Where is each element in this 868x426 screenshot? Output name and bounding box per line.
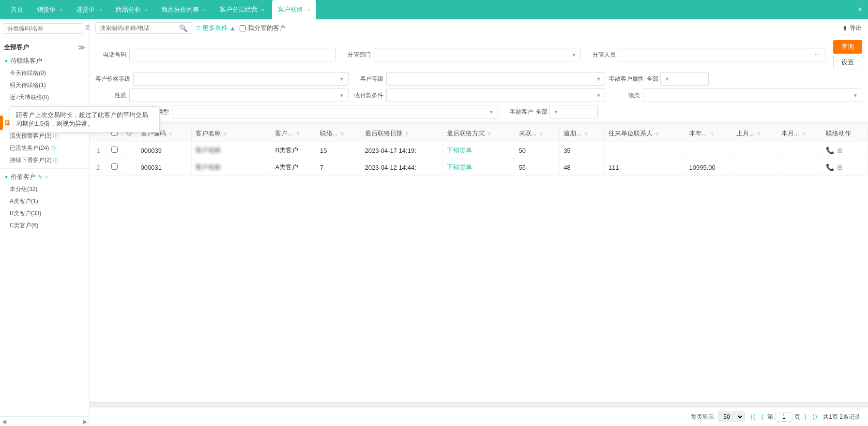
main-search-input[interactable] (100, 25, 177, 31)
sidebar-item-a-class[interactable]: A类客户(1) (0, 195, 89, 207)
sort-liaison-icon[interactable]: ⇅ (655, 131, 659, 136)
sort-last-method-icon[interactable]: ⇅ (487, 131, 491, 136)
sidebar-search-input[interactable] (4, 23, 83, 34)
sidebar-item-tomorrow[interactable]: 明天待联络(1) (0, 79, 89, 91)
nav-tab-customer-mgmt[interactable]: 客户分层经营 × (214, 0, 270, 19)
th-level: 客户... ⇅ (271, 125, 316, 142)
nav-tab-sales[interactable]: 销货单 × (31, 0, 68, 19)
manager-select[interactable]: ··· (619, 48, 825, 61)
sidebar-item-today[interactable]: 今天待联络(0) (0, 67, 89, 79)
scroll-right-icon[interactable]: ▶ (83, 418, 87, 425)
window-close-icon[interactable]: × (858, 5, 862, 14)
action-buttons: 查询 设置 (833, 40, 862, 69)
sidebar-item-b-class[interactable]: B类客户(33) (0, 207, 89, 220)
page-input[interactable] (775, 412, 792, 422)
row-this-year-2: 10995.00 (685, 159, 732, 176)
filter-row-4: ··· 客户类型 ▼ 零散客户 全部 ▼ (95, 105, 862, 118)
phone-input[interactable] (129, 48, 336, 61)
sidebar-item-week[interactable]: 近7天待联络(0) (0, 91, 89, 103)
customer-level-select[interactable]: ▼ (386, 72, 606, 86)
per-page-select[interactable]: 50 20 100 (718, 411, 745, 422)
customer-level-arrow-icon: ▼ (596, 76, 601, 82)
nav-tab-home[interactable]: 首页 (5, 0, 29, 19)
add-value-icon[interactable]: ○ (45, 174, 48, 180)
close-customer-mgmt-icon[interactable]: × (261, 7, 264, 13)
sidebar-search-icon[interactable]: 🔍 (85, 25, 90, 32)
filter-dept: 分管部门 ▼ (340, 48, 580, 61)
settings-button[interactable]: 设置 (833, 56, 862, 69)
export-button[interactable]: ⬆ 导出 (842, 24, 862, 32)
more-conditions-btn[interactable]: ▽ 更多条件 ▲ (196, 24, 236, 32)
last-page-btn[interactable]: ⟩⟩ (810, 412, 819, 422)
price-level-select[interactable]: ▼ (133, 72, 349, 86)
sort-code-icon[interactable]: ⇅ (168, 131, 172, 136)
row-1-checkbox[interactable] (111, 147, 118, 153)
sidebar-collapse-icon[interactable]: ≫ (78, 44, 85, 51)
retail-customer-select[interactable]: ▼ (549, 105, 598, 118)
main-search-icon[interactable]: 🔍 (179, 24, 187, 32)
sort-uncontacted-icon[interactable]: ⇅ (539, 131, 543, 136)
nav-tab-purchase[interactable]: 进货单 × (70, 0, 107, 19)
close-analysis-icon[interactable]: × (145, 7, 148, 13)
row-2-checkbox[interactable] (111, 163, 118, 170)
scroll-left-icon[interactable]: ◀ (2, 418, 6, 425)
close-purchase-icon[interactable]: × (99, 7, 102, 13)
table-scrollbar[interactable] (90, 402, 868, 407)
payment-select[interactable]: ▼ (386, 88, 606, 102)
query-button[interactable]: 查询 (833, 40, 862, 54)
close-sales-icon[interactable]: × (60, 7, 62, 13)
grid-action-icon-2[interactable]: ⊞ (837, 163, 843, 171)
payment-arrow-icon: ▼ (596, 93, 601, 98)
sort-level-icon[interactable]: ⇅ (296, 131, 300, 136)
phone-action-icon-2[interactable]: 📞 (826, 163, 834, 171)
sort-last-date-icon[interactable]: ⇅ (405, 131, 409, 136)
status-select[interactable]: ▼ (643, 88, 862, 102)
sort-last-month-icon[interactable]: ⇅ (757, 131, 761, 136)
row-last-method-1: 下销货单 (442, 142, 515, 159)
row-contact-1: 15 (316, 142, 361, 159)
chevron-up-icon: ▲ (229, 25, 236, 32)
sidebar-all-customers[interactable]: 全部客户 ≫ (0, 40, 89, 55)
sort-overdue-icon[interactable]: ⇅ (584, 131, 588, 136)
retail-attr-select[interactable]: ▼ (660, 72, 709, 86)
row-last-month-2 (732, 159, 777, 176)
sidebar-section-pending[interactable]: ▼ 待联络客户 (0, 55, 89, 67)
dept-arrow-icon: ▼ (572, 52, 577, 58)
sort-this-year-icon[interactable]: ⇅ (710, 131, 714, 136)
filter-manager: 分管人员 ··· (585, 48, 825, 61)
last-method-link-2[interactable]: 下销货单 (447, 163, 472, 171)
sidebar-item-declining[interactable]: 持续下滑客户(2) ⓘ (0, 154, 89, 166)
sort-name-icon[interactable]: ⇅ (223, 131, 227, 136)
prev-page-btn[interactable]: ⟨ (759, 412, 765, 422)
nav-tab-customer-contact[interactable]: 客户联络 × (272, 0, 316, 19)
sidebar-value-section[interactable]: ▼ 价值客户 ✎ ○ (0, 171, 89, 183)
row-contact-2: 7 (316, 159, 361, 176)
sidebar-item-c-class[interactable]: C类客户(6) (0, 220, 89, 232)
nature-select[interactable]: ▼ (129, 88, 349, 102)
nav-tab-analysis[interactable]: 商品分析 × (110, 0, 153, 19)
my-customer-checkbox[interactable] (240, 25, 246, 31)
sidebar-item-churned[interactable]: 已流失客户(24) ⓘ (0, 142, 89, 154)
edit-icon[interactable]: ✎ (38, 174, 43, 180)
sidebar-search-bar: 🔍 (0, 19, 89, 38)
nav-tab-analysis-list[interactable]: 商品分析列表 × (155, 0, 212, 19)
sort-this-month-icon[interactable]: ⇅ (802, 131, 806, 136)
th-last-method: 最后联络方式 ⇅ (442, 125, 515, 142)
retail-attr-arrow-icon: ▼ (665, 76, 670, 82)
filter-phone: 电话号码 (95, 48, 336, 61)
sort-contact-icon[interactable]: ⇅ (340, 131, 344, 136)
close-customer-contact-icon[interactable]: × (307, 7, 310, 13)
dept-select[interactable]: ▼ (374, 48, 580, 61)
customer-type-select[interactable]: ▼ (172, 105, 498, 118)
last-method-link-1[interactable]: 下销货单 (447, 147, 472, 154)
phone-action-icon-1[interactable]: 📞 (826, 147, 834, 154)
top-nav: 首页 销货单 × 进货单 × 商品分析 × 商品分析列表 × 客户分层经营 × … (0, 0, 868, 19)
next-page-btn[interactable]: ⟩ (802, 412, 808, 422)
sidebar-item-ungroup[interactable]: 未分组(32) (0, 183, 89, 195)
first-page-btn[interactable]: ⟨⟨ (748, 412, 757, 422)
customer-table: ⚙ 客户编码 ⇅ 客户名称 ⇅ 客户... (90, 125, 868, 176)
table-wrap: ⚙ 客户编码 ⇅ 客户名称 ⇅ 客户... (90, 125, 868, 402)
close-analysis-list-icon[interactable]: × (203, 7, 206, 13)
th-overdue: 逾期... ⇅ (560, 125, 605, 142)
grid-action-icon-1[interactable]: ⊞ (837, 147, 843, 154)
